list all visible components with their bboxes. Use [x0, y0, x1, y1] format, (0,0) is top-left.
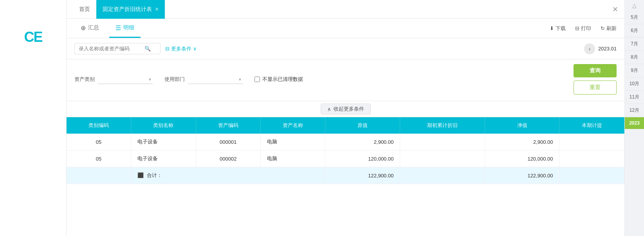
- filter-bar: 🔍 ⊟ 更多条件 ∨ › 2023.01: [67, 38, 624, 59]
- search-icon: 🔍: [144, 46, 151, 52]
- department-label: 使用部门: [164, 76, 185, 83]
- cell-net-value: 2,900.00: [485, 134, 559, 150]
- asset-category-filter: 资产类别 ▼: [74, 75, 153, 84]
- cell-asset-code: 000001: [196, 134, 260, 150]
- logo-text: CE: [16, 23, 51, 51]
- month-5[interactable]: 5月: [625, 11, 644, 24]
- cell-category-name: 电子设备: [131, 150, 196, 167]
- print-btn[interactable]: ⊟ 打印: [575, 25, 591, 32]
- summary-icon-cell: [67, 167, 131, 184]
- query-btn[interactable]: 查询: [574, 64, 617, 77]
- cell-current-period: [559, 134, 624, 150]
- summary-original-value: 122,900.00: [325, 167, 400, 184]
- window-close-btn[interactable]: ✕: [612, 5, 618, 14]
- cell-original-value: 2,900.00: [325, 134, 400, 150]
- reset-btn[interactable]: 重置: [574, 80, 617, 95]
- refresh-btn[interactable]: ↻ 刷新: [601, 25, 617, 32]
- summary-purple-icon: ⬛: [137, 172, 144, 178]
- cell-original-value: 120,000.00: [325, 150, 400, 167]
- month-8[interactable]: 8月: [625, 51, 644, 64]
- department-select[interactable]: [188, 75, 243, 84]
- scroll-up-btn[interactable]: △: [625, 0, 644, 11]
- more-conditions-label: 更多条件: [171, 45, 191, 52]
- toolbar-actions: ⬇ 下载 ⊟ 打印 ↻ 刷新: [550, 25, 617, 32]
- download-label: 下载: [556, 25, 566, 32]
- col-accumulated-dep: 期初累计折旧: [400, 117, 485, 134]
- search-box[interactable]: 🔍: [74, 43, 161, 54]
- col-original-value: 原值: [325, 117, 400, 134]
- asset-category-select[interactable]: [98, 75, 153, 84]
- cell-category-code: 05: [67, 150, 131, 167]
- year-2023[interactable]: 2023: [625, 117, 644, 129]
- print-icon: ⊟: [575, 25, 579, 31]
- cell-category-code: 05: [67, 134, 131, 150]
- summary-icon: ⊕: [81, 24, 86, 32]
- sidebar-logo: CE: [0, 0, 67, 236]
- month-6[interactable]: 6月: [625, 24, 644, 38]
- hide-cleared-label: 不显示已清理数据: [262, 76, 303, 83]
- table-header-row: 类别编码 类别名称 资产编码 资产名称 原值 期初累计折旧 净值 本期计提: [67, 117, 624, 134]
- sub-tabs: ⊕ 汇总 ☰ 明细 ⬇ 下载 ⊟ 打印 ↻ 刷新: [67, 19, 624, 38]
- table-row: 05 电子设备 000001 电脑 2,900.00 2,900.00: [67, 134, 624, 150]
- cell-accumulated-dep: [400, 150, 485, 167]
- cell-asset-name: 电脑: [260, 134, 325, 150]
- tab-detail-label: 明细: [123, 24, 134, 31]
- tab-detail[interactable]: ☰ 明细: [109, 19, 141, 38]
- search-input[interactable]: [79, 46, 141, 52]
- cell-current-period: [559, 150, 624, 167]
- summary-label: ⬛ 合计：: [131, 167, 325, 184]
- filter-action-buttons: 查询 重置: [574, 64, 617, 95]
- table-container: 类别编码 类别名称 资产编码 资产名称 原值 期初累计折旧 净值 本期计提 05…: [67, 117, 624, 236]
- refresh-icon: ↻: [601, 25, 605, 31]
- tab-close-btn[interactable]: ×: [155, 6, 159, 13]
- col-asset-name: 资产名称: [260, 117, 325, 134]
- col-category-code: 类别编码: [67, 117, 131, 134]
- nav-home[interactable]: 首页: [73, 6, 96, 13]
- download-btn[interactable]: ⬇ 下载: [550, 25, 566, 32]
- month-9[interactable]: 9月: [625, 64, 644, 77]
- month-7[interactable]: 7月: [625, 38, 644, 51]
- col-net-value: 净值: [485, 117, 559, 134]
- table-summary-row: ⬛ 合计： 122,900.00 122,900.00: [67, 167, 624, 184]
- table-row: 05 电子设备 000002 电脑 120,000.00 120,000.00: [67, 150, 624, 167]
- collapse-icon: ∧: [327, 106, 331, 112]
- right-sidebar: △ 5月 6月 7月 8月 9月 10月 11月 12月 2023: [624, 0, 644, 236]
- detail-icon: ☰: [115, 24, 121, 32]
- month-11[interactable]: 11月: [625, 91, 644, 104]
- department-select-wrapper: ▼: [188, 75, 243, 84]
- month-10[interactable]: 10月: [625, 77, 644, 91]
- col-category-name: 类别名称: [131, 117, 196, 134]
- more-conditions-btn[interactable]: ⊟ 更多条件 ∨: [165, 45, 197, 52]
- refresh-label: 刷新: [606, 25, 617, 32]
- active-tab[interactable]: 固定资产折旧统计表 ×: [96, 0, 165, 19]
- col-current-period: 本期计提: [559, 117, 624, 134]
- cell-accumulated-dep: [400, 134, 485, 150]
- filter-icon: ⊟: [165, 46, 170, 52]
- main-content: 首页 固定资产折旧统计表 × ✕ ⊕ 汇总 ☰ 明细 ⬇ 下载 ⊟ 打印 ↻: [67, 0, 624, 236]
- summary-text: 合计：: [147, 172, 162, 178]
- chevron-down-icon: ∨: [193, 46, 197, 52]
- cell-asset-code: 000002: [196, 150, 260, 167]
- print-label: 打印: [581, 25, 591, 32]
- cell-net-value: 120,000.00: [485, 150, 559, 167]
- collapse-more-btn[interactable]: ∧ 收起更多条件: [321, 104, 371, 114]
- top-nav: 首页 固定资产折旧统计表 × ✕: [67, 0, 624, 19]
- cell-asset-name: 电脑: [260, 150, 325, 167]
- hide-cleared-checkbox-item[interactable]: 不显示已清理数据: [254, 76, 303, 83]
- hide-cleared-checkbox[interactable]: [254, 77, 260, 82]
- data-table: 类别编码 类别名称 资产编码 资产名称 原值 期初累计折旧 净值 本期计提 05…: [67, 117, 624, 184]
- asset-category-label: 资产类别: [74, 76, 95, 83]
- month-12[interactable]: 12月: [625, 104, 644, 117]
- asset-category-select-wrapper: ▼: [98, 75, 153, 84]
- date-display: 2023.01: [598, 46, 617, 52]
- tab-summary[interactable]: ⊕ 汇总: [74, 19, 105, 38]
- tab-summary-label: 汇总: [88, 24, 99, 31]
- col-asset-code: 资产编码: [196, 117, 260, 134]
- cell-category-name: 电子设备: [131, 134, 196, 150]
- collapse-sidebar-btn[interactable]: ›: [584, 43, 595, 54]
- filter-row: 资产类别 ▼ 使用部门 ▼ 不显示已清理数: [74, 64, 617, 95]
- summary-net-value: 122,900.00: [485, 167, 559, 184]
- extended-filter: 资产类别 ▼ 使用部门 ▼ 不显示已清理数: [67, 59, 624, 101]
- department-filter: 使用部门 ▼: [164, 75, 243, 84]
- download-icon: ⬇: [550, 25, 554, 31]
